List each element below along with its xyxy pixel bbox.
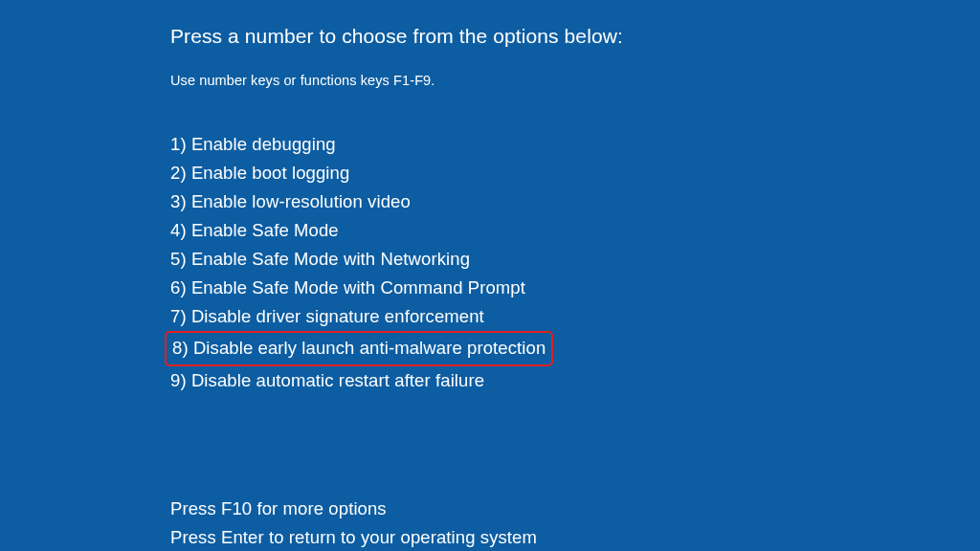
- option-label: 5) Enable Safe Mode with Networking: [170, 245, 470, 274]
- option-item[interactable]: 1) Enable debugging: [170, 130, 980, 159]
- option-item[interactable]: 7) Disable driver signature enforcement: [170, 302, 980, 331]
- option-item[interactable]: 6) Enable Safe Mode with Command Prompt: [170, 274, 980, 302]
- option-label: 9) Disable automatic restart after failu…: [170, 366, 484, 395]
- options-list: 1) Enable debugging 2) Enable boot loggi…: [170, 130, 980, 395]
- footer-line: Press F10 for more options: [170, 495, 387, 523]
- option-item-highlighted[interactable]: 8) Disable early launch anti-malware pro…: [170, 331, 980, 366]
- option-item[interactable]: 9) Disable automatic restart after failu…: [170, 366, 980, 395]
- instruction-subheading: Use number keys or functions keys F1-F9.: [170, 73, 980, 88]
- option-label: 6) Enable Safe Mode with Command Prompt: [170, 274, 525, 302]
- instruction-heading: Press a number to choose from the option…: [170, 25, 980, 48]
- option-item[interactable]: 5) Enable Safe Mode with Networking: [170, 245, 980, 274]
- option-label: 7) Disable driver signature enforcement: [170, 302, 484, 331]
- option-label: 4) Enable Safe Mode: [170, 216, 339, 245]
- option-item[interactable]: 4) Enable Safe Mode: [170, 216, 980, 245]
- footer-line: Press Enter to return to your operating …: [170, 523, 537, 551]
- option-item[interactable]: 3) Enable low-resolution video: [170, 187, 980, 216]
- option-label: 1) Enable debugging: [170, 130, 336, 159]
- option-label: 2) Enable boot logging: [170, 159, 349, 187]
- option-label: 3) Enable low-resolution video: [170, 187, 411, 216]
- option-label: 8) Disable early launch anti-malware pro…: [165, 331, 553, 366]
- footer-instructions: Press F10 for more options Press Enter t…: [170, 495, 980, 551]
- option-item[interactable]: 2) Enable boot logging: [170, 159, 980, 187]
